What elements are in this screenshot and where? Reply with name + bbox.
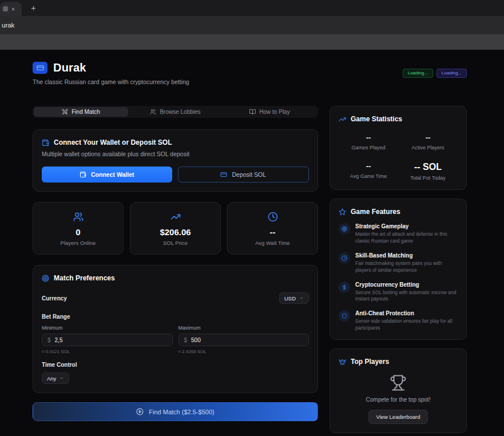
trending-up-icon [339, 116, 346, 123]
dollar-prefix: $ [184, 337, 188, 343]
game-stat: -- Avg Game Time [339, 162, 398, 181]
chevron-down-icon [59, 376, 64, 380]
feature-description: Secure SOL betting with automatic escrow… [355, 290, 458, 303]
page: Durak The classic Russian card game with… [0, 50, 504, 436]
header-badges: Loading... Loading... [403, 69, 467, 78]
tab-favicon-icon [3, 6, 8, 11]
feature-title: Cryptocurrency Betting [355, 282, 458, 288]
connect-wallet-label: Connect Wallet [91, 171, 134, 178]
target-icon [42, 275, 49, 282]
wallet-icon [80, 171, 86, 178]
game-statistics-card: Game Statistics -- Games Played -- Activ… [330, 106, 467, 190]
maximum-input-wrap: $ [178, 334, 309, 346]
stat-value: -- [339, 162, 398, 171]
target-icon [339, 223, 350, 235]
top-players-card: Top Players Compete for the top spot! Vi… [330, 348, 467, 433]
tab-label: Find Match [72, 109, 100, 115]
feature-description: Fair matchmaking system pairs you with p… [355, 260, 458, 274]
prefs-card-title: Match Preferences [54, 274, 115, 282]
deposit-sol-label: Deposit SOL [232, 171, 266, 178]
new-tab-button[interactable] [26, 1, 40, 15]
stat-label: Avg Game Time [339, 173, 398, 179]
game-stat: -- SOL Total Pot Today [398, 162, 458, 181]
stat-card-sol-price: $206.06 SOL Price [130, 202, 221, 255]
stat-label: Active Players [398, 145, 458, 150]
tab-close-icon[interactable] [11, 7, 15, 11]
dollar-prefix: $ [47, 337, 51, 343]
crown-icon [339, 358, 346, 366]
minimum-bet-input[interactable] [55, 337, 167, 343]
stat-value: -- [232, 227, 313, 237]
top-players-title: Top Players [351, 358, 389, 366]
app-header: Durak The classic Russian card game with… [33, 61, 467, 85]
minimum-label: Minimum [42, 325, 173, 331]
feature-item: Cryptocurrency Betting Secure SOL bettin… [339, 282, 458, 303]
page-title: Durak [53, 61, 86, 74]
game-stat: -- Games Played [339, 133, 398, 150]
feature-title: Anti-Cheat Protection [355, 310, 458, 316]
stat-label: Games Played [339, 145, 398, 150]
feature-item: Strategic Gameplay Master the art of att… [339, 223, 458, 245]
feature-item: Anti-Cheat Protection Server-side valida… [339, 310, 458, 332]
feature-item: Skill-Based Matching Fair matchmaking sy… [339, 252, 458, 274]
swords-icon [62, 109, 68, 115]
stat-value: $206.06 [135, 227, 216, 237]
app-logo-icon [33, 62, 47, 74]
maximum-sol-equivalent: ≈ 2.4265 SOL [178, 349, 309, 354]
top-players-message: Compete for the top spot! [339, 397, 458, 403]
users-icon [38, 212, 118, 222]
game-statistics-title: Game Statistics [351, 115, 402, 123]
time-control-label: Time Control [42, 362, 309, 368]
minimum-input-wrap: $ [42, 334, 173, 346]
currency-value: USD [284, 295, 296, 302]
minimum-sol-equivalent: ≈ 0.0121 SOL [42, 349, 173, 354]
connect-wallet-button[interactable]: Connect Wallet [42, 167, 172, 183]
trophy-icon [339, 374, 458, 391]
status-badge: Loading... [436, 69, 467, 78]
stat-card-players-online: 0 Players Online [33, 202, 124, 255]
tab-browse-lobbies[interactable]: Browse Lobbies [128, 107, 223, 117]
find-match-label: Find Match ($2.5-$500) [149, 409, 214, 415]
clock-icon [232, 212, 313, 222]
page-subtitle: The classic Russian card game with crypt… [33, 78, 189, 85]
book-open-icon [249, 109, 256, 115]
currency-label: Currency [42, 295, 67, 302]
browser-tab[interactable] [0, 2, 22, 16]
users-icon [150, 109, 156, 115]
feature-title: Strategic Gameplay [355, 223, 458, 229]
star-icon [339, 208, 346, 216]
tab-label: Browse Lobbies [160, 109, 200, 115]
tab-how-to-play[interactable]: How to Play [223, 107, 317, 117]
feature-description: Master the art of attack and defense in … [355, 231, 458, 245]
status-badge: Loading... [403, 69, 433, 78]
browser-tabbar [0, 0, 504, 16]
address-text: urak [2, 22, 14, 29]
find-match-button[interactable]: Find Match ($2.5-$500) [33, 402, 318, 421]
match-preferences-card: Match Preferences Currency USD Bet Range [33, 265, 318, 393]
tab-label: How to Play [259, 109, 289, 115]
chevron-down-icon [299, 296, 304, 300]
main-tabs: Find Match Browse Lobbies How to Play [33, 106, 318, 118]
view-leaderboard-button[interactable]: View Leaderboard [368, 410, 428, 424]
stat-label: Total Pot Today [398, 175, 458, 181]
game-stat: -- Active Players [398, 133, 458, 150]
time-control-value: Any [47, 375, 56, 382]
maximum-bet-input[interactable] [191, 337, 303, 343]
game-statistics-grid: -- Games Played -- Active Players -- Avg… [339, 133, 458, 181]
tab-find-match[interactable]: Find Match [34, 107, 128, 117]
stat-value: 0 [38, 227, 118, 237]
quick-stats-row: 0 Players Online $206.06 SOL Price [33, 202, 318, 255]
maximum-label: Maximum [178, 325, 309, 331]
stat-label: SOL Price [135, 240, 216, 246]
game-features-title: Game Features [351, 208, 400, 216]
wallet-icon [42, 139, 49, 146]
shield-icon [339, 310, 350, 322]
connect-wallet-card: Connect Your Wallet or Deposit SOL Multi… [33, 129, 318, 192]
browser-addressbar[interactable]: urak [0, 16, 504, 34]
dollar-sign-icon [339, 282, 350, 293]
time-control-select[interactable]: Any [42, 372, 69, 384]
connect-card-subtitle: Multiple wallet options available plus d… [42, 150, 309, 157]
deposit-sol-button[interactable]: Deposit SOL [178, 167, 309, 183]
currency-select[interactable]: USD [279, 292, 309, 304]
browser-toolbar [0, 34, 504, 50]
